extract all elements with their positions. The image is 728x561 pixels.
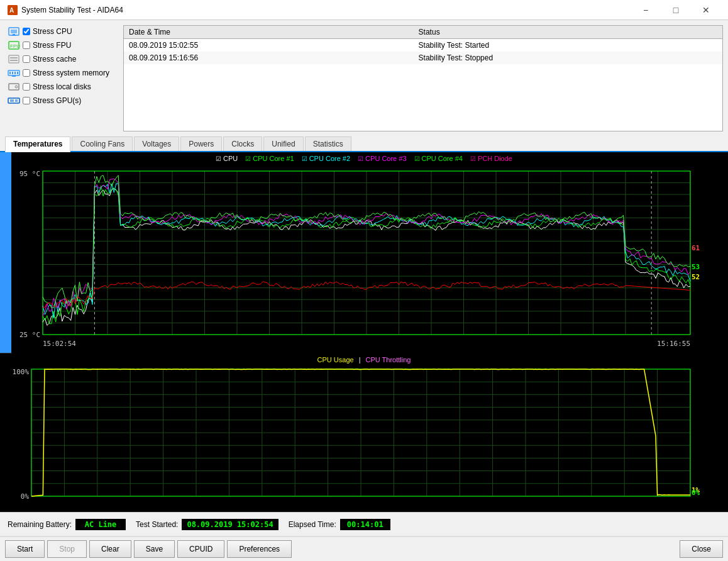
battery-label: Remaining Battery: (8, 520, 72, 529)
title-bar: A System Stability Test - AIDA64 − □ ✕ (0, 0, 728, 20)
tab-temperatures[interactable]: Temperatures (5, 136, 70, 152)
svg-rect-13 (12, 72, 13, 74)
legend-cpu-core-3: ☑CPU Core #3 (358, 155, 406, 162)
title-left: A System Stability Test - AIDA64 (8, 5, 123, 15)
svg-rect-10 (10, 60, 18, 61)
log-status: Stability Test: Stopped (414, 52, 722, 64)
stress-local-disks-checkbox[interactable] (23, 83, 30, 91)
stress-fpu-checkbox[interactable] (23, 42, 30, 49)
temp-legend: ☑CPU☑CPU Core #1☑CPU Core #2☑CPU Core #3… (216, 155, 512, 162)
window-title: System Stability Test - AIDA64 (21, 6, 123, 14)
window-controls: − □ ✕ (631, 3, 720, 18)
svg-rect-4 (13, 34, 15, 35)
log-table-container: Date & Time Status 08.09.2019 15:02:55St… (123, 25, 723, 131)
chart-sidebar-indicator (0, 152, 11, 353)
tab-powers[interactable]: Powers (180, 136, 222, 151)
stress-cpu-checkbox[interactable] (23, 28, 30, 35)
stress-gpus-icon (8, 96, 20, 106)
usage-legend: CPU Usage | CPU Throttling (317, 356, 411, 364)
usage-legend-cpu-throttling: CPU Throttling (366, 356, 411, 364)
minimize-button[interactable]: − (631, 3, 660, 18)
sidebar-item-stress-local-disks: Stress local disks (5, 81, 118, 93)
cpuid-button[interactable]: CPUID (177, 540, 224, 558)
svg-rect-15 (17, 72, 18, 74)
sidebar-item-stress-gpus: Stress GPU(s) (5, 94, 118, 107)
temp-chart-wrapper: ☑CPU☑CPU Core #1☑CPU Core #2☑CPU Core #3… (0, 152, 728, 353)
stress-system-memory-icon (8, 68, 20, 78)
sidebar-item-stress-cache: Stress cache (5, 53, 118, 65)
svg-rect-14 (14, 72, 16, 74)
svg-text:FPU: FPU (10, 43, 20, 49)
stress-cpu-icon (8, 26, 20, 36)
bottom-bar: Start Stop Clear Save CPUID Preferences … (0, 536, 728, 561)
top-section: Stress CPUFPUStress FPUStress cacheStres… (0, 20, 728, 136)
tab-clocks[interactable]: Clocks (223, 136, 262, 151)
tab-statistics[interactable]: Statistics (305, 136, 351, 151)
tabs-bar: TemperaturesCooling FansVoltagesPowersCl… (0, 136, 728, 152)
stress-cache-checkbox[interactable] (23, 55, 30, 63)
stop-button[interactable]: Stop (47, 540, 87, 558)
preferences-button[interactable]: Preferences (227, 540, 292, 558)
log-status: Stability Test: Started (414, 39, 722, 52)
elapsed-label: Elapsed Time: (289, 520, 336, 529)
battery-value: AC Line (75, 519, 126, 530)
svg-rect-12 (9, 72, 11, 74)
usage-chart-wrapper: CPU Usage | CPU Throttling (0, 353, 728, 512)
stress-system-memory-checkbox[interactable] (23, 69, 30, 77)
tab-voltages[interactable]: Voltages (134, 136, 179, 151)
status-bar: Remaining Battery: AC Line Test Started:… (0, 512, 728, 536)
sidebar-item-stress-fpu: FPUStress FPU (5, 39, 118, 52)
test-started-label: Test Started: (136, 520, 178, 529)
usage-legend-cpu-usage: CPU Usage (317, 356, 354, 364)
col-datetime: Date & Time (124, 26, 414, 39)
legend-pch-diode: ☑PCH Diode (470, 155, 512, 162)
close-button[interactable]: Close (680, 540, 723, 558)
legend-cpu-core-1: ☑CPU Core #1 (245, 155, 294, 162)
legend-cpu-core-4: ☑CPU Core #4 (414, 155, 463, 162)
app-icon: A (8, 5, 18, 15)
svg-text:A: A (9, 7, 14, 14)
clear-button[interactable]: Clear (89, 540, 131, 558)
stress-fpu-icon: FPU (8, 40, 20, 50)
main-container: Stress CPUFPUStress FPUStress cacheStres… (0, 20, 728, 561)
test-started-value: 08.09.2019 15:02:54 (182, 519, 278, 530)
usage-chart-canvas (0, 353, 728, 512)
maximize-button[interactable]: □ (661, 3, 690, 18)
svg-rect-5 (11, 35, 16, 36)
tab-cooling-fans[interactable]: Cooling Fans (72, 136, 133, 151)
close-window-button[interactable]: ✕ (692, 3, 720, 18)
stress-gpus-label: Stress GPU(s) (33, 96, 81, 105)
battery-status: Remaining Battery: AC Line (8, 519, 126, 530)
charts-area: ☑CPU☑CPU Core #1☑CPU Core #2☑CPU Core #3… (0, 152, 728, 512)
log-datetime: 08.09.2019 15:02:55 (124, 39, 414, 52)
sidebar: Stress CPUFPUStress FPUStress cacheStres… (5, 25, 118, 131)
stress-local-disks-label: Stress local disks (33, 82, 91, 91)
svg-rect-16 (12, 75, 16, 77)
stress-local-disks-icon (8, 82, 20, 92)
legend-cpu-core-2: ☑CPU Core #2 (302, 155, 350, 162)
svg-rect-8 (9, 55, 19, 63)
test-started-status: Test Started: 08.09.2019 15:02:54 (136, 519, 279, 530)
elapsed-value: 00:14:01 (340, 519, 390, 530)
stress-fpu-label: Stress FPU (33, 41, 71, 50)
svg-rect-9 (10, 57, 18, 58)
sidebar-item-stress-cpu: Stress CPU (5, 25, 118, 38)
svg-rect-3 (11, 30, 17, 33)
sidebar-item-stress-system-memory: Stress system memory (5, 67, 118, 79)
stress-cache-icon (8, 54, 20, 64)
svg-rect-21 (10, 99, 14, 102)
log-row: 08.09.2019 15:16:56Stability Test: Stopp… (124, 52, 722, 64)
stress-gpus-checkbox[interactable] (23, 97, 30, 104)
start-button[interactable]: Start (5, 540, 45, 558)
col-status: Status (414, 26, 722, 39)
svg-rect-22 (15, 99, 18, 102)
stress-cache-label: Stress cache (33, 55, 76, 64)
log-row: 08.09.2019 15:02:55Stability Test: Start… (124, 39, 722, 52)
elapsed-status: Elapsed Time: 00:14:01 (289, 519, 390, 530)
stress-system-memory-label: Stress system memory (33, 69, 109, 77)
legend-cpu: ☑CPU (216, 155, 238, 162)
temp-chart-canvas (11, 152, 728, 353)
stress-cpu-label: Stress CPU (33, 27, 72, 36)
save-button[interactable]: Save (134, 540, 175, 558)
tab-unified[interactable]: Unified (263, 136, 303, 151)
